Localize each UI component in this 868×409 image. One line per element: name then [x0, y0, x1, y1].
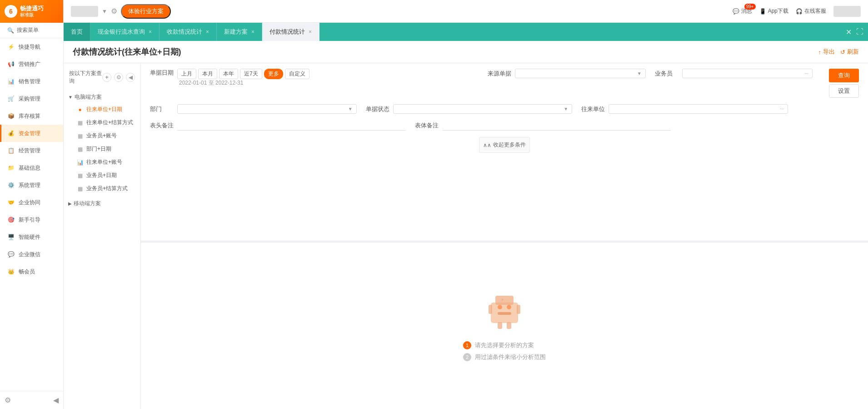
query-button[interactable]: 查询 [829, 69, 859, 82]
filter-group-salesperson: 业务员 ··· [655, 69, 813, 78]
scheme-item-dept-date[interactable]: ▦ 部门+日期 [64, 142, 140, 156]
scheme-item-icon-sa: ▦ [76, 132, 84, 140]
filter-group-partner: 往来单位 ··· [581, 104, 788, 114]
member-icon: 👑 [7, 268, 15, 276]
date-range-display: 2022-01-01 至 2022-12-31 [179, 79, 309, 87]
collapse-more-button[interactable]: ∧∧ 收起更多条件 [479, 137, 530, 153]
sidebar-item-operation[interactable]: 📋 经营管理 [0, 142, 63, 159]
tabbar: 首页 现金银行流水查询 × 收款情况统计 × 新建方案 × 付款情况统计 × ✕… [64, 23, 868, 41]
header-note-input[interactable] [177, 120, 406, 131]
pc-scheme-section-title[interactable]: ▼ 电脑端方案 [64, 91, 140, 103]
scheme-item-salesperson-account[interactable]: ▦ 业务员+账号 [64, 129, 140, 142]
export-button[interactable]: ↑ 导出 [818, 48, 835, 56]
date-btn-custom[interactable]: 自定义 [285, 69, 309, 79]
scheme-item-salesperson-settlement[interactable]: ▦ 业务员+结算方式 [64, 182, 140, 195]
tab-cash-flow[interactable]: 现金银行流水查询 × [90, 23, 160, 41]
scheme-item-icon-ss: ▦ [76, 185, 84, 192]
partner-select[interactable]: ··· [609, 104, 788, 114]
sidebar-item-finance[interactable]: 💰 资金管理 [0, 125, 63, 142]
sidebar-item-guide[interactable]: 🎯 新手引导 [0, 211, 63, 228]
trial-button[interactable]: 体验行业方案 [121, 4, 171, 19]
date-btn-7days[interactable]: 近7天 [240, 69, 262, 79]
footer-settings-button[interactable]: ⚙ [5, 396, 11, 404]
tab-receivable[interactable]: 收款情况统计 × [160, 23, 217, 41]
filter-row-2: 部门 ▼ 单据状态 ▼ [150, 104, 859, 114]
topbar-user-avatar [833, 6, 861, 17]
mobile-scheme-section-title[interactable]: ▶ 移动端方案 [64, 198, 140, 209]
search-icon: 🔍 [7, 27, 14, 34]
scheme-panel-action-buttons: + ⚙ ◀ [102, 73, 135, 82]
scheme-item-partner-settlement[interactable]: ▦ 往来单位+结算方式 [64, 116, 140, 129]
source-select[interactable]: ▼ [515, 69, 645, 78]
footer-collapse-button[interactable]: ◀ [53, 396, 59, 404]
sidebar-item-inventory[interactable]: 📦 库存核算 [0, 107, 63, 125]
sidebar-item-marketing[interactable]: 📢 营销推广 [0, 56, 63, 73]
quick-nav-icon: ⚡ [7, 43, 15, 51]
sidebar-item-hardware[interactable]: 🖥️ 智能硬件 [0, 228, 63, 246]
mobile-scheme-section: ▶ 移动端方案 [64, 198, 140, 209]
tab-close-all-icon[interactable]: ✕ [846, 28, 852, 36]
main-content: ▼ ⚙ 体验行业方案 💬 消息 99+ 📱 App下载 🎧 在线客服 首页 [64, 0, 868, 409]
notice-badge: 99+ [744, 4, 756, 10]
settings-button[interactable]: 设置 [829, 84, 859, 98]
scheme-item-partner-account[interactable]: 📊 往来单位+账号 [64, 156, 140, 169]
download-button[interactable]: 📱 App下载 [759, 7, 788, 15]
date-btn-current-year[interactable]: 本年 [219, 69, 238, 79]
tab-payment-stats-close[interactable]: × [309, 29, 312, 35]
scheme-panel: 按以下方案查询 + ⚙ ◀ ▼ 电脑端方案 ● 往来单位+日期 [64, 63, 141, 409]
sidebar-item-quick-nav[interactable]: ⚡ 快捷导航 [0, 38, 63, 56]
sidebar-item-purchase[interactable]: 🛒 采购管理 [0, 90, 63, 107]
svg-rect-8 [507, 322, 511, 329]
date-btn-current-month[interactable]: 本月 [198, 69, 217, 79]
empty-step-2: 2 用过滤条件来缩小分析范围 [463, 353, 546, 361]
content-area: 付款情况统计(往来单位+日期) ↑ 导出 ↺ 刷新 按以下方案查询 + [64, 41, 868, 409]
topbar-dropdown-arrow[interactable]: ▼ [102, 8, 107, 15]
doc-status-select[interactable]: ▼ [393, 104, 573, 114]
tab-cash-flow-close[interactable]: × [149, 29, 152, 35]
notice-button[interactable]: 💬 消息 99+ [733, 7, 752, 15]
salesperson-select[interactable]: ··· [682, 69, 813, 78]
sidebar-item-member[interactable]: 👑 畅会员 [0, 263, 63, 280]
add-scheme-button[interactable]: + [102, 73, 111, 82]
refresh-button[interactable]: ↺ 刷新 [840, 48, 859, 56]
inventory-icon: 📦 [7, 112, 15, 120]
sidebar-item-basic[interactable]: 📁 基础信息 [0, 159, 63, 177]
tab-payment-stats[interactable]: 付款情况统计 × [262, 23, 319, 41]
sidebar-item-system[interactable]: ⚙️ 系统管理 [0, 177, 63, 194]
operation-icon: 📋 [7, 146, 15, 155]
pc-section-chevron: ▼ [68, 95, 73, 100]
dept-select[interactable]: ▼ [177, 104, 357, 114]
body-note-input[interactable] [442, 120, 671, 131]
date-buttons: 上月 本月 本年 近7天 更多 自定义 [177, 69, 309, 79]
user-avatar-placeholder [71, 6, 98, 17]
tab-home[interactable]: 首页 [64, 23, 90, 41]
pc-scheme-section: ▼ 电脑端方案 ● 往来单位+日期 ▦ 往来单位+结算方式 ▦ 业务员+账号 [64, 91, 140, 195]
search-menu-item[interactable]: 🔍 搜索菜单 [0, 23, 63, 38]
date-btn-more[interactable]: 更多 [264, 69, 283, 79]
scheme-collapse-button[interactable]: ◀ [126, 73, 135, 82]
service-button[interactable]: 🎧 在线客服 [796, 7, 826, 15]
right-panel: 单据日期 上月 本月 本年 近7天 更多 自定义 20 [141, 63, 868, 409]
export-icon: ↑ [818, 49, 822, 56]
refresh-icon: ↺ [840, 49, 845, 56]
filter-group-header-note: 表头备注 [150, 120, 406, 131]
tab-new-scheme[interactable]: 新建方案 × [217, 23, 262, 41]
topbar-settings-icon[interactable]: ⚙ [111, 7, 117, 15]
date-btn-prev-month[interactable]: 上月 [177, 69, 196, 79]
filter-area: 单据日期 上月 本月 本年 近7天 更多 自定义 20 [141, 63, 868, 241]
tab-receivable-close[interactable]: × [206, 29, 209, 35]
sidebar-item-enterprise[interactable]: 🤝 企业协同 [0, 194, 63, 211]
scheme-item-icon-pa: 📊 [76, 159, 84, 166]
sidebar-item-wechat[interactable]: 💬 企业微信 [0, 246, 63, 263]
scheme-settings-button[interactable]: ⚙ [114, 73, 123, 82]
scheme-item-partner-date[interactable]: ● 往来单位+日期 [64, 103, 140, 116]
topbar-right: 💬 消息 99+ 📱 App下载 🎧 在线客服 [733, 6, 861, 17]
sidebar-item-sales[interactable]: 📊 销售管理 [0, 73, 63, 90]
filter-group-doc-status: 单据状态 ▼ [366, 104, 573, 114]
tab-new-scheme-close[interactable]: × [251, 29, 254, 35]
collapse-up-icon: ∧∧ [483, 142, 491, 148]
download-icon: 📱 [759, 8, 766, 15]
scheme-item-salesperson-date[interactable]: ▦ 业务员+日期 [64, 169, 140, 182]
tab-expand-icon[interactable]: ⛶ [856, 28, 863, 36]
guide-icon: 🎯 [7, 216, 15, 224]
